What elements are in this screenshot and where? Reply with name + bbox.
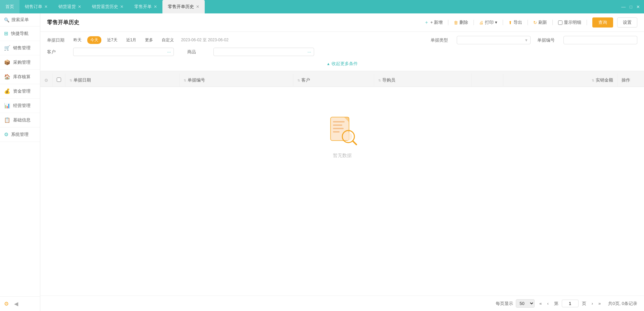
sidebar: 🔍 搜索采单 ⊞ 快捷导航 🛒 销售管理 📦 采购管理 🏠 库存核算 💰 资金管… bbox=[0, 13, 40, 311]
goods-item: 商品 ··· bbox=[187, 48, 314, 56]
tab-home-label: 首页 bbox=[5, 4, 14, 10]
date-today[interactable]: 今天 bbox=[87, 36, 101, 44]
next-page-btn[interactable]: › bbox=[590, 300, 595, 307]
add-button[interactable]: ＋ + 新增 bbox=[424, 19, 443, 25]
filter-section-right: 单据类型 ▾ 单据编号 bbox=[431, 36, 637, 44]
tab-retail-open-close[interactable]: ✕ bbox=[154, 4, 157, 9]
sidebar-item-system-mgmt[interactable]: ⚙ 系统管理 bbox=[0, 127, 40, 142]
date-custom[interactable]: 自定义 bbox=[159, 36, 177, 44]
col-guide-sort-icon[interactable]: ⇅ bbox=[378, 79, 381, 82]
pagination-total: 共0页, 0条记录 bbox=[608, 301, 637, 307]
col-amount-label: 实销金额 bbox=[596, 77, 613, 83]
sidebar-item-finance-mgmt[interactable]: 💰 资金管理 bbox=[0, 84, 40, 99]
goods-select[interactable]: ··· bbox=[213, 48, 314, 56]
tab-sales-order-close[interactable]: ✕ bbox=[44, 4, 48, 9]
sidebar-item-sales-mgmt[interactable]: 🛒 销售管理 bbox=[0, 41, 40, 55]
date-last-month[interactable]: 近1月 bbox=[123, 36, 140, 44]
col-date-label: 单据日期 bbox=[73, 77, 91, 83]
goods-ellipsis[interactable]: ··· bbox=[307, 49, 311, 54]
table-body: 暂无数据 bbox=[40, 87, 644, 186]
col-doc-no-sort-icon[interactable]: ⇅ bbox=[184, 79, 186, 82]
col-date: ⇅ 单据日期 bbox=[65, 74, 180, 87]
refresh-button[interactable]: ↻ 刷新 bbox=[533, 19, 547, 25]
col-amount-sort-icon[interactable]: ⇅ bbox=[592, 79, 594, 82]
tab-sales-return[interactable]: 销货退货 ✕ bbox=[53, 0, 87, 13]
col-settings-icon[interactable]: ⚙ bbox=[44, 78, 48, 83]
sidebar-item-purchase-mgmt-label: 采购管理 bbox=[13, 59, 31, 65]
finance-mgmt-icon: 💰 bbox=[4, 88, 10, 94]
last-page-btn[interactable]: » bbox=[596, 300, 603, 307]
settings-button[interactable]: 设置 bbox=[617, 17, 637, 28]
col-actions: 操作 bbox=[617, 74, 644, 87]
sidebar-item-quick-nav[interactable]: ⊞ 快捷导航 bbox=[0, 27, 40, 41]
date-last7[interactable]: 近7天 bbox=[104, 36, 120, 44]
tab-retail-open-history[interactable]: 零售开单历史 ✕ bbox=[162, 0, 205, 13]
svg-line-7 bbox=[353, 141, 356, 145]
col-doc-no: ⇅ 单据编号 bbox=[179, 74, 293, 87]
customer-ellipsis[interactable]: ··· bbox=[167, 49, 171, 54]
select-all-checkbox[interactable] bbox=[57, 77, 61, 82]
filter-row-2: 客户 ··· 商品 ··· bbox=[47, 48, 637, 56]
print-button[interactable]: 🖨 打印 ▾ bbox=[479, 19, 497, 25]
query-button[interactable]: 查询 bbox=[592, 17, 613, 28]
customer-select[interactable]: ··· bbox=[73, 48, 174, 56]
customer-item: 客户 ··· bbox=[47, 48, 174, 56]
col-settings: ⚙ bbox=[40, 74, 53, 87]
display-detail-checkbox[interactable] bbox=[558, 20, 562, 25]
doc-type-select[interactable]: ▾ bbox=[457, 36, 531, 44]
svg-rect-3 bbox=[333, 128, 344, 129]
tab-sales-order[interactable]: 销售订单 ✕ bbox=[19, 0, 53, 13]
date-range-text: 2023-06-02 至 2023-06-02 bbox=[181, 37, 228, 43]
page-suffix: 页 bbox=[580, 300, 588, 307]
tab-sales-return-history[interactable]: 销货退货历史 ✕ bbox=[87, 0, 129, 13]
tab-sales-return-close[interactable]: ✕ bbox=[78, 4, 81, 9]
delete-label: 删除 bbox=[459, 19, 468, 25]
col-date-sort-icon[interactable]: ⇅ bbox=[69, 79, 72, 82]
maximize-btn[interactable]: □ bbox=[630, 4, 632, 9]
doc-type-arrow: ▾ bbox=[525, 38, 528, 43]
empty-row: 暂无数据 bbox=[40, 87, 644, 186]
tab-retail-open[interactable]: 零售开单 ✕ bbox=[129, 0, 162, 13]
col-customer-sort-icon[interactable]: ⇅ bbox=[297, 79, 300, 82]
refresh-label: 刷新 bbox=[538, 19, 547, 25]
page-input[interactable] bbox=[562, 300, 579, 307]
per-page-select[interactable]: 50 10 20 100 bbox=[516, 299, 535, 308]
sidebar-item-operations-mgmt[interactable]: 📊 经营管理 bbox=[0, 99, 40, 113]
sidebar-item-stock-mgmt[interactable]: 🏠 库存核算 bbox=[0, 70, 40, 84]
sidebar-item-quick-nav-label: 快捷导航 bbox=[11, 31, 29, 37]
sidebar-item-finance-mgmt-label: 资金管理 bbox=[13, 88, 31, 94]
sidebar-collapse-icon[interactable]: ◀ bbox=[14, 301, 18, 307]
col-doc-no-label: 单据编号 bbox=[188, 77, 205, 83]
content-area: 零售开单历史 ＋ + 新增 🗑 删除 🖨 打印 ▾ ⬆ bbox=[40, 13, 644, 311]
tab-retail-open-history-close[interactable]: ✕ bbox=[196, 4, 199, 9]
date-more[interactable]: 更多 bbox=[142, 36, 156, 44]
sidebar-item-purchase-mgmt[interactable]: 📦 采购管理 bbox=[0, 55, 40, 70]
data-table: ⚙ ⇅ 单据日期 ⇅ bbox=[40, 74, 644, 186]
tab-sales-return-label: 销货退货 bbox=[58, 4, 76, 10]
display-detail-label[interactable]: 显示明细 bbox=[558, 19, 581, 25]
add-label: + 新增 bbox=[430, 19, 443, 25]
empty-text: 暂无数据 bbox=[333, 153, 352, 159]
col-extra bbox=[471, 74, 503, 87]
first-page-btn[interactable]: « bbox=[537, 300, 544, 307]
pagination: 每页显示 50 10 20 100 « ‹ 第 页 › » 共0页, 0条记录 bbox=[40, 296, 644, 311]
filter-area: 单据日期 昨天 今天 近7天 近1月 更多 自定义 2023-06-02 至 2… bbox=[40, 32, 644, 71]
prev-page-btn[interactable]: ‹ bbox=[545, 300, 550, 307]
sidebar-item-basic-info[interactable]: 📋 基础信息 bbox=[0, 113, 40, 127]
date-yesterday[interactable]: 昨天 bbox=[70, 36, 85, 44]
export-button[interactable]: ⬆ 导出 bbox=[508, 19, 522, 25]
doc-no-item: 单据编号 bbox=[537, 36, 637, 44]
close-btn[interactable]: ✕ bbox=[636, 4, 640, 9]
doc-no-input[interactable] bbox=[563, 36, 637, 44]
doc-no-label: 单据编号 bbox=[537, 37, 561, 43]
empty-illustration bbox=[326, 114, 359, 147]
tab-sales-return-history-close[interactable]: ✕ bbox=[120, 4, 123, 9]
sidebar-settings-icon[interactable]: ⚙ bbox=[4, 301, 9, 307]
svg-rect-2 bbox=[333, 124, 342, 126]
delete-button[interactable]: 🗑 删除 bbox=[454, 19, 468, 25]
collapse-more-btn[interactable]: ▲ 收起更多条件 bbox=[47, 59, 637, 68]
tab-home[interactable]: 首页 bbox=[0, 0, 19, 13]
table-header: ⚙ ⇅ 单据日期 ⇅ bbox=[40, 74, 644, 87]
minimize-btn[interactable]: — bbox=[621, 4, 626, 9]
sidebar-search[interactable]: 🔍 搜索采单 bbox=[0, 13, 40, 27]
